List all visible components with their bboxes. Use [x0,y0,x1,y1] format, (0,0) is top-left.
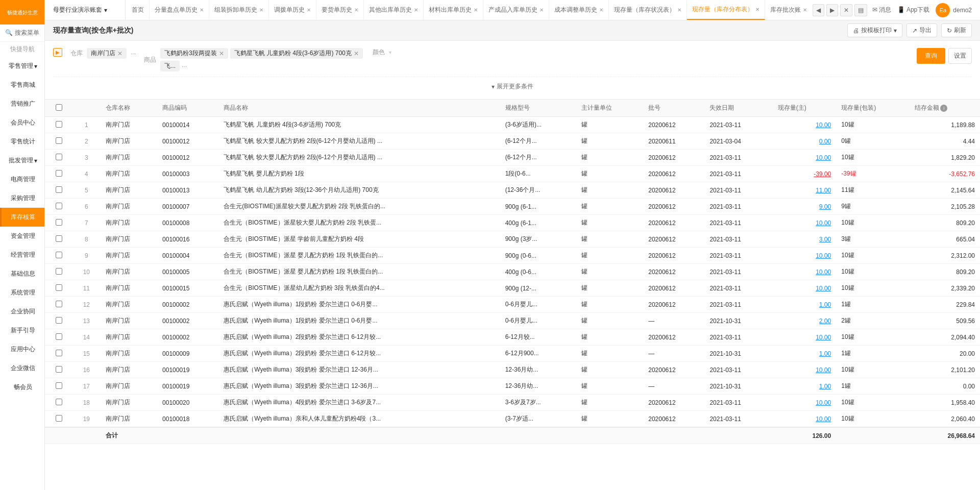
row-qty-main[interactable]: 10.00 [773,280,836,297]
tab-batch-account[interactable]: 库存批次账 ✕ [765,0,812,20]
tab-close-icon[interactable]: ✕ [474,7,478,13]
color-select[interactable]: ▾ [389,50,391,55]
row-checkbox[interactable] [56,170,62,177]
tab-close-icon[interactable]: ✕ [540,7,544,13]
goods-tag-more[interactable]: 飞... [160,61,180,71]
row-checkbox[interactable] [56,415,62,422]
tab-product-in[interactable]: 产成品入库单历史 ✕ [483,0,549,20]
row-checkbox[interactable] [56,203,62,209]
tab-close-icon[interactable]: ✕ [307,7,311,13]
row-qty-main[interactable]: 3.00 [773,231,836,248]
tab-transfer[interactable]: 调拨单历史 ✕ [269,0,316,20]
row-checkbox[interactable] [56,186,62,193]
row-qty-main[interactable]: 10.00 [773,150,836,166]
print-button[interactable]: 🖨 按模板打印 ▾ [847,23,902,37]
tab-split-inventory[interactable]: 分量盘点单历史 ✕ [150,0,209,20]
row-qty-main[interactable]: 11.00 [773,182,836,199]
refresh-button[interactable]: ↻ 刷新 [941,23,972,37]
row-checkbox[interactable] [56,284,62,291]
row-checkbox[interactable] [56,399,62,405]
tab-current-qty-status[interactable]: 现存量（库存状况表） ✕ [609,0,687,20]
sidebar-item-purchase[interactable]: 采购管理 [0,189,44,208]
tab-cost-adjust[interactable]: 成本调整单历史 ✕ [549,0,609,20]
warehouse-tag[interactable]: 南岸门店 ✕ [87,48,127,59]
tab-close-icon[interactable]: ✕ [354,7,358,13]
row-checkbox[interactable] [56,333,62,340]
tab-close-icon[interactable]: ✕ [755,7,760,12]
row-checkbox[interactable] [56,137,62,144]
sidebar-item-finance[interactable]: 资金管理 [0,227,44,246]
message-icon[interactable]: ✉ 消息 [872,6,891,14]
row-qty-main[interactable]: 0.00 [773,133,836,150]
row-qty-main[interactable]: 10.00 [773,117,836,133]
row-qty-main[interactable]: 2.00 [773,313,836,329]
tab-current-qty-dist[interactable]: 现存量（库存分布表） ✕ [687,0,765,20]
tab-material-out[interactable]: 材料出库单历史 ✕ [424,0,483,20]
row-qty-main[interactable]: 10.00 [773,362,836,378]
tab-home[interactable]: 首页 [127,0,150,20]
row-checkbox[interactable] [56,317,62,324]
query-button[interactable]: 查询 [917,48,945,64]
export-button[interactable]: ↗ 导出 [906,23,937,37]
sidebar-item-enterprise-wechat[interactable]: 企业微信 [0,359,44,378]
tab-other-out[interactable]: 其他出库单历史 ✕ [364,0,424,20]
goods-tag-1[interactable]: 飞鹤奶粉3段两提装 ✕ [160,48,228,59]
row-qty-main[interactable]: 1.00 [773,346,836,362]
filter-toggle-btn[interactable]: ▶ [53,48,62,57]
expand-filter-btn[interactable]: ▾ 展开更多条件 [492,82,533,91]
sidebar-item-basic-info[interactable]: 基础信息 [0,264,44,283]
balance-info-icon[interactable]: i [940,105,947,112]
sidebar-item-app-center[interactable]: 应用中心 [0,340,44,359]
sidebar-item-marketing[interactable]: 营销推广 [0,94,44,113]
row-qty-main[interactable]: 10.00 [773,215,836,231]
search-menu[interactable]: 🔍 搜索菜单 [0,24,44,42]
tab-disassemble[interactable]: 组装拆卸单历史 ✕ [209,0,269,20]
row-checkbox[interactable] [56,366,62,373]
goods-more-icon[interactable]: ··· [182,63,187,70]
row-checkbox[interactable] [56,350,62,356]
sidebar-item-wholesale-mgmt[interactable]: 批发管理 ▾ [0,151,44,170]
tab-close-icon[interactable]: ✕ [599,7,603,13]
row-checkbox[interactable] [56,154,62,160]
sidebar-item-member-center[interactable]: 会员中心 [0,113,44,132]
tab-prev-arrow[interactable]: ◀ [813,4,824,16]
warehouse-more-icon[interactable]: ··· [131,50,136,57]
row-checkbox[interactable] [56,235,62,242]
row-qty-main[interactable]: 10.00 [773,411,836,428]
sidebar-item-retail-stats[interactable]: 零售统计 [0,132,44,151]
sidebar-item-enterprise[interactable]: 企业协同 [0,302,44,321]
tab-close-btn[interactable]: ✕ [840,4,852,16]
sidebar-item-retail-shop[interactable]: 零售商城 [0,76,44,94]
row-checkbox[interactable] [56,268,62,275]
row-checkbox[interactable] [56,382,62,389]
goods-tag-2[interactable]: 飞鹤星飞帆 儿童奶粉 4段(3-6岁适用) 700克 ✕ [230,48,363,59]
select-all-checkbox[interactable] [56,104,62,111]
row-qty-main[interactable]: 10.00 [773,248,836,264]
user-menu[interactable]: Ea demo2 [936,3,972,17]
account-dropdown[interactable]: 母婴行业演示账套 ▾ [49,0,126,20]
settings-button[interactable]: 设置 [948,48,972,64]
tab-close-icon[interactable]: ✕ [803,7,807,13]
goods-tag-close[interactable]: ✕ [219,50,224,57]
tab-close-icon[interactable]: ✕ [200,7,204,13]
row-qty-main[interactable]: 1.00 [773,378,836,395]
goods-tag-close[interactable]: ✕ [354,50,359,57]
tab-requisition[interactable]: 要货单历史 ✕ [316,0,364,20]
row-checkbox[interactable] [56,301,62,307]
row-checkbox[interactable] [56,252,62,258]
row-qty-main[interactable]: 10.00 [773,395,836,411]
sidebar-item-retail-mgmt[interactable]: 零售管理 ▾ [0,57,44,76]
tab-next-arrow[interactable]: ▶ [826,4,838,16]
row-checkbox[interactable] [56,219,62,226]
row-qty-main[interactable]: 10.00 [773,329,836,346]
row-qty-main[interactable]: 9.00 [773,199,836,215]
sidebar-item-operations[interactable]: 经营管理 [0,246,44,264]
tab-close-icon[interactable]: ✕ [259,7,263,13]
row-checkbox[interactable] [56,121,62,128]
row-qty-main[interactable]: 1.00 [773,297,836,313]
warehouse-tag-close[interactable]: ✕ [117,50,122,57]
sidebar-item-ecommerce[interactable]: 电商管理 [0,170,44,189]
tab-close-icon[interactable]: ✕ [414,7,418,13]
sidebar-item-member[interactable]: 畅会员 [0,378,44,397]
tab-close-icon[interactable]: ✕ [677,7,681,13]
